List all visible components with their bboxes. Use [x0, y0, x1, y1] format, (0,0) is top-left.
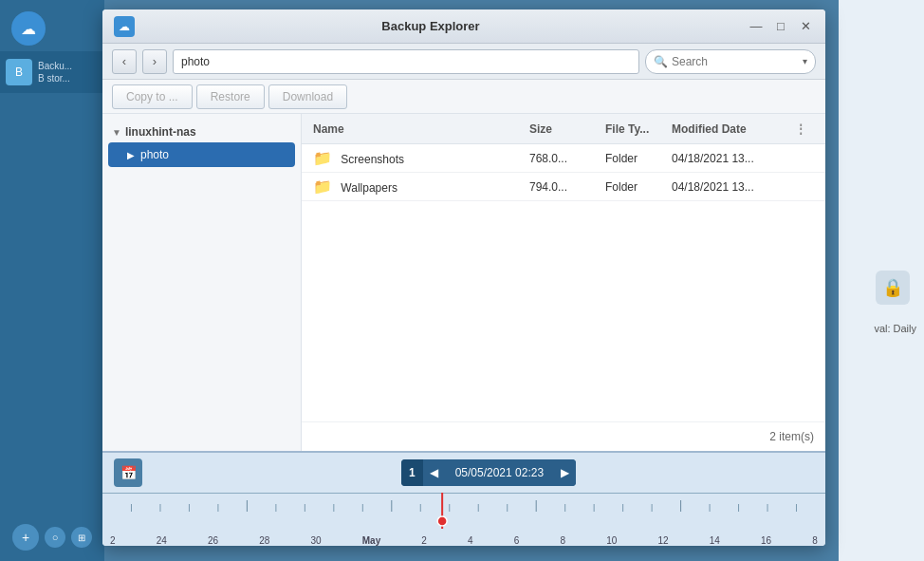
backup-explorer-window: ☁ Backup Explorer — □ ✕ ‹ › 🔍 ▾ Copy to …	[102, 9, 825, 546]
timeline-label: 6	[514, 535, 520, 546]
table-row[interactable]: 📁 Screenshots 768.0... Folder 04/18/2021…	[302, 144, 825, 173]
sidebar-collapse-arrow[interactable]: ▼	[112, 127, 121, 138]
maximize-button[interactable]: □	[772, 18, 789, 35]
col-header-size: Size	[529, 122, 605, 136]
circle-button[interactable]: ○	[45, 527, 65, 548]
file-size: 794.0...	[529, 180, 605, 194]
timeline-count: 1	[401, 459, 423, 486]
app-icon: ☁	[11, 11, 46, 46]
file-type: Folder	[605, 180, 672, 194]
timeline-label: 2	[110, 535, 116, 546]
add-button[interactable]: +	[12, 524, 39, 551]
file-size: 768.0...	[529, 152, 605, 165]
timeline-label: May	[362, 535, 380, 546]
timeline-controls: 📅 1 ◀ 05/05/2021 02:23 ▶	[102, 453, 825, 493]
bottom-bar: + ○ ⊞	[0, 514, 104, 561]
file-date: 04/18/2021 13...	[672, 152, 795, 165]
app-label: B Backu... B stor...	[0, 51, 104, 93]
window-title: Backup Explorer	[114, 19, 748, 33]
download-button[interactable]: Download	[268, 84, 347, 109]
address-bar[interactable]	[173, 49, 639, 74]
timeline-label: 10	[606, 535, 617, 546]
timeline-label: 8	[812, 535, 818, 546]
col-header-type: File Ty...	[605, 122, 672, 136]
grid-button[interactable]: ⊞	[71, 527, 92, 548]
file-list-header: Name Size File Ty... Modified Date ⋮	[302, 114, 825, 144]
sidebar-item-label: photo	[140, 148, 169, 161]
file-name: 📁 Screenshots	[313, 149, 529, 167]
close-button[interactable]: ✕	[797, 18, 814, 35]
forward-button[interactable]: ›	[142, 49, 167, 74]
folder-icon: 📁	[313, 150, 332, 166]
app-label-text: Backu... B stor...	[38, 60, 72, 84]
timeline-label: 8	[560, 535, 565, 546]
restore-button[interactable]: Restore	[196, 84, 265, 109]
timeline-label: 14	[710, 535, 720, 546]
timeline-label: 4	[468, 535, 473, 546]
timeline: 📅 1 ◀ 05/05/2021 02:23 ▶	[102, 451, 825, 546]
calendar-button[interactable]: 📅	[114, 458, 142, 487]
copy-to-button[interactable]: Copy to ...	[112, 84, 193, 109]
action-toolbar: Copy to ... Restore Download	[102, 80, 825, 114]
timeline-label: 30	[311, 535, 322, 546]
search-dropdown-arrow[interactable]: ▾	[803, 56, 807, 66]
timeline-label: 24	[157, 535, 167, 546]
content-area: ▼ linuxhint-nas ▶ photo Name Size File T…	[102, 114, 825, 451]
timeline-label: 26	[208, 535, 218, 546]
timeline-next-button[interactable]: ▶	[553, 459, 576, 486]
timeline-label: 12	[657, 535, 668, 546]
timeline-date-label: 05/05/2021 02:23	[446, 466, 553, 479]
timeline-label: 2	[421, 535, 427, 546]
left-panel: ☁ B Backu... B stor... + ○ ⊞	[0, 0, 104, 561]
titlebar: ☁ Backup Explorer — □ ✕	[102, 9, 825, 44]
file-list: Name Size File Ty... Modified Date ⋮ 📁 S…	[302, 114, 825, 451]
calendar-icon: 📅	[120, 465, 137, 480]
sidebar-item-arrow: ▶	[127, 150, 135, 160]
right-panel: 🔒 val: Daily	[839, 0, 924, 561]
file-name: 📁 Wallpapers	[313, 178, 529, 196]
minimize-button[interactable]: —	[748, 18, 765, 35]
file-list-empty-space	[302, 201, 825, 421]
interval-label: val: Daily	[874, 323, 916, 334]
table-row[interactable]: 📁 Wallpapers 794.0... Folder 04/18/2021 …	[302, 173, 825, 201]
sidebar-host-section: ▼ linuxhint-nas	[102, 122, 301, 142]
file-date: 04/18/2021 13...	[672, 180, 795, 194]
timeline-label: 28	[259, 535, 269, 546]
svg-point-25	[437, 516, 447, 526]
item-count: 2 item(s)	[302, 421, 825, 451]
search-input[interactable]	[672, 55, 799, 68]
folder-icon: 📁	[313, 178, 332, 195]
file-type: Folder	[605, 152, 672, 165]
sidebar-item-photo[interactable]: ▶ photo	[108, 142, 295, 167]
nav-toolbar: ‹ › 🔍 ▾	[102, 44, 825, 80]
search-icon: 🔍	[654, 55, 668, 68]
search-box: 🔍 ▾	[645, 49, 816, 74]
sidebar-host-label: linuxhint-nas	[125, 125, 196, 139]
app-icon-box: B	[6, 59, 32, 85]
timeline-prev-button[interactable]: ◀	[423, 459, 446, 486]
lock-icon: 🔒	[876, 271, 910, 305]
timeline-scale-labels: 2 24 26 28 30 May 2 4 6 8 10 12 14 16 8	[102, 535, 825, 546]
col-header-date: Modified Date	[672, 122, 795, 136]
window-controls: — □ ✕	[748, 18, 814, 35]
back-button[interactable]: ‹	[112, 49, 137, 74]
col-header-name: Name	[313, 122, 529, 136]
timeline-date-nav: 1 ◀ 05/05/2021 02:23 ▶	[401, 459, 576, 486]
timeline-bar[interactable]: 2 24 26 28 30 May 2 4 6 8 10 12 14 16 8	[102, 493, 825, 546]
sidebar: ▼ linuxhint-nas ▶ photo	[102, 114, 302, 451]
col-header-more[interactable]: ⋮	[795, 122, 814, 136]
timeline-label: 16	[761, 535, 771, 546]
